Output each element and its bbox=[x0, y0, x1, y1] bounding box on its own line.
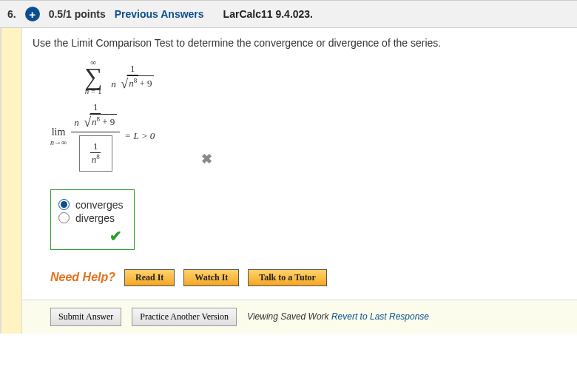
question-content: Use the Limit Comparison Test to determi… bbox=[22, 28, 577, 334]
answer-input-box[interactable]: 1 n8 bbox=[79, 135, 112, 171]
question-number: 6. bbox=[7, 8, 16, 20]
choice-diverges[interactable]: diverges bbox=[58, 212, 124, 224]
radio-converges[interactable] bbox=[58, 199, 70, 210]
correct-icon: ✔ bbox=[58, 227, 122, 245]
plus-icon[interactable]: + bbox=[25, 7, 40, 21]
submit-row: Submit Answer Practice Another Version V… bbox=[22, 300, 577, 334]
sigma-icon: ∑ bbox=[84, 67, 102, 87]
sigma-lower: n = 1 bbox=[85, 87, 102, 95]
question-header: 6. + 0.5/1 points Previous Answers LarCa… bbox=[0, 0, 577, 28]
sidebar-tab[interactable] bbox=[0, 28, 22, 334]
series-numerator: 1 bbox=[127, 63, 138, 75]
series-denominator: n √ n8 + 9 bbox=[108, 75, 157, 91]
practice-another-button[interactable]: Practice Another Version bbox=[132, 308, 237, 326]
lim-label: lim bbox=[52, 126, 66, 138]
sqrt-icon: √ bbox=[121, 76, 128, 92]
choice-group: converges diverges ✔ bbox=[50, 189, 135, 250]
viewing-saved-work: Viewing Saved Work Revert to Last Respon… bbox=[247, 311, 429, 322]
entered-denominator: n8 bbox=[89, 153, 103, 166]
points-label: 0.5/1 points bbox=[49, 8, 106, 20]
read-it-button[interactable]: Read It bbox=[124, 269, 175, 286]
help-row: Need Help? Read It Watch It Talk to a Tu… bbox=[50, 269, 567, 286]
previous-answers-link[interactable]: Previous Answers bbox=[115, 8, 204, 20]
talk-to-tutor-button[interactable]: Talk to a Tutor bbox=[248, 269, 327, 286]
submit-answer-button[interactable]: Submit Answer bbox=[50, 308, 121, 326]
converges-label: converges bbox=[75, 199, 124, 211]
choice-converges[interactable]: converges bbox=[58, 199, 124, 211]
sqrt-icon: √ bbox=[84, 115, 91, 130]
watch-it-button[interactable]: Watch It bbox=[183, 269, 239, 286]
comparison-fraction: 1 n √ n8 + 9 1 n8 bbox=[71, 101, 120, 171]
incorrect-icon: ✖ bbox=[201, 151, 212, 167]
entered-numerator: 1 bbox=[90, 141, 101, 153]
lim-subscript: n→∞ bbox=[50, 138, 67, 146]
series-expression: ∞ ∑ n = 1 1 n √ n8 + 9 bbox=[84, 58, 567, 95]
revert-link[interactable]: Revert to Last Response bbox=[331, 311, 429, 322]
equals-L: = L > 0 bbox=[124, 130, 155, 142]
diverges-label: diverges bbox=[75, 212, 115, 224]
prompt-text: Use the Limit Comparison Test to determi… bbox=[33, 37, 567, 49]
need-help-label: Need Help? bbox=[50, 271, 115, 284]
reference-label: LarCalc11 9.4.023. bbox=[223, 8, 313, 20]
radio-diverges[interactable] bbox=[58, 212, 70, 223]
